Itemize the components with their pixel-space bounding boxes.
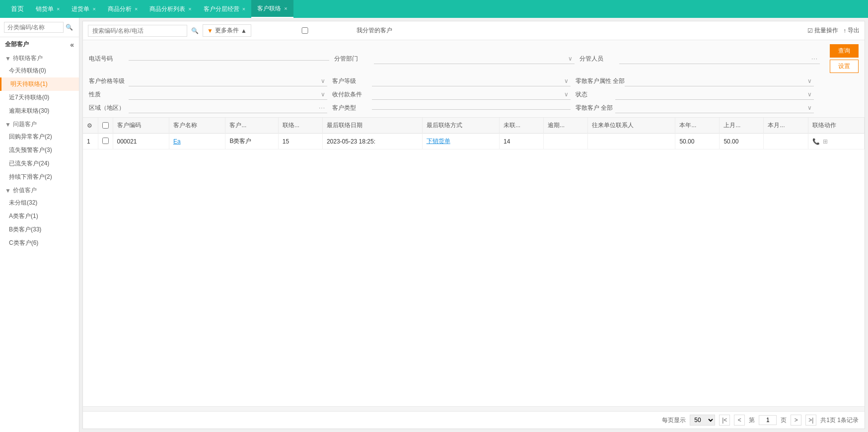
retail-customer-input[interactable]: ∨: [615, 103, 814, 113]
close-icon[interactable]: ×: [135, 6, 138, 12]
sidebar: 🔍 全部客户 « ▼ 待联络客户 今天待联络(0) 明天待联络(1) 近7天待联…: [0, 18, 79, 432]
sidebar-item-class-b[interactable]: B类客户(33): [0, 223, 79, 236]
all-customers-header[interactable]: 全部客户 «: [0, 37, 79, 52]
dept-input[interactable]: ∨: [374, 54, 575, 64]
customer-level-input[interactable]: ∨: [372, 76, 571, 86]
col-last-method[interactable]: 最后联络方式: [422, 118, 499, 134]
query-button[interactable]: 查询: [830, 44, 859, 58]
customer-name-link[interactable]: Ea: [173, 138, 181, 145]
close-icon[interactable]: ×: [92, 6, 95, 12]
payment-input[interactable]: ∨: [372, 89, 571, 100]
filter-payment: 收付款条件 ∨: [332, 89, 571, 100]
filter-customer-type: 客户类型: [332, 104, 571, 112]
sidebar-item-class-a[interactable]: A类客户(1): [0, 210, 79, 223]
sidebar-item-7days[interactable]: 近7天待联络(0): [0, 91, 79, 104]
sidebar-item-declining[interactable]: 持续下滑客户(2): [0, 170, 79, 184]
nav-item-customer-segment[interactable]: 客户分层经营 ×: [198, 0, 251, 18]
nav-item-customer-contact[interactable]: 客户联络 ×: [251, 0, 293, 18]
group-pending-contact: ▼ 待联络客户: [0, 52, 79, 64]
nav-item-sales[interactable]: 销货单 ×: [30, 0, 66, 18]
retail-attr-input[interactable]: ∨: [625, 76, 814, 86]
search-input[interactable]: [88, 25, 187, 37]
settings-button[interactable]: 设置: [830, 60, 859, 73]
last-page-button[interactable]: >|: [805, 415, 816, 426]
row-name[interactable]: Ea: [169, 134, 225, 149]
sidebar-item-class-c[interactable]: C类客户(6): [0, 236, 79, 250]
caret-icon: ∨: [807, 91, 812, 98]
nav-item-analysis[interactable]: 商品分析 ×: [102, 0, 144, 18]
row-code: 000021: [113, 134, 169, 149]
nav-item-analysis-list[interactable]: 商品分析列表 ×: [144, 0, 197, 18]
close-icon[interactable]: ×: [284, 5, 287, 11]
next-page-button[interactable]: >: [791, 415, 801, 426]
page-number-input[interactable]: [759, 415, 777, 425]
filter-icon: ▼: [207, 27, 213, 34]
col-checkbox[interactable]: [98, 118, 113, 134]
col-name[interactable]: 客户名称: [169, 118, 225, 134]
row-checkbox-cell[interactable]: [98, 134, 113, 149]
row-last-month: 50.00: [720, 134, 764, 149]
nav-home[interactable]: 首页: [5, 0, 30, 18]
price-level-input[interactable]: ∨: [129, 76, 327, 86]
action-phone-icon[interactable]: 📞: [812, 138, 820, 145]
sidebar-item-tomorrow[interactable]: 明天待联络(1): [0, 77, 79, 91]
sidebar-item-churn-warning[interactable]: 流失预警客户(3): [0, 144, 79, 157]
content-area: 🔍 ▼ 更多条件 ▲ 我分管的客户 ☑ 批量操作 ↑ 导出: [82, 21, 865, 429]
close-icon[interactable]: ×: [57, 6, 60, 12]
gender-input[interactable]: ∨: [129, 89, 327, 100]
last-method-link[interactable]: 下销货单: [427, 138, 450, 144]
batch-operation-button[interactable]: ☑ 批量操作: [807, 26, 838, 35]
col-overdue[interactable]: 逾期...: [544, 118, 588, 134]
sidebar-search-input[interactable]: [4, 22, 64, 33]
row-index: 1: [83, 134, 98, 149]
export-button[interactable]: ↑ 导出: [843, 26, 860, 35]
col-contact-person[interactable]: 往来单位联系人: [588, 118, 675, 134]
filter-retail-customer: 零散客户 全部 ∨: [576, 103, 814, 113]
col-contact-count[interactable]: 联络...: [278, 118, 322, 134]
sidebar-item-today[interactable]: 今天待联络(0): [0, 64, 79, 77]
row-checkbox[interactable]: [102, 138, 109, 144]
per-page-select[interactable]: 50 100 200: [690, 415, 715, 426]
caret-icon: ∨: [321, 91, 325, 98]
col-action[interactable]: 联络动作: [808, 118, 865, 134]
sidebar-item-overdue[interactable]: 逾期未联络(30): [0, 104, 79, 118]
col-type[interactable]: 客户...: [225, 118, 278, 134]
sidebar-item-churned[interactable]: 已流失客户(24): [0, 157, 79, 170]
col-no-contact[interactable]: 未联...: [500, 118, 544, 134]
col-last-date[interactable]: 最后联络日期: [322, 118, 422, 134]
customer-type-input[interactable]: [372, 106, 571, 110]
close-icon[interactable]: ×: [242, 6, 245, 12]
my-customers-checkbox[interactable]: [255, 27, 355, 34]
group-problem-customers: ▼ 问题客户: [0, 118, 79, 130]
col-this-month[interactable]: 本月...: [764, 118, 808, 134]
col-this-year[interactable]: 本年...: [675, 118, 720, 134]
filter-row-1: 电话号码 分管部门 ∨ 分管人员 ··· 查询 设置: [89, 44, 859, 73]
phone-input[interactable]: [129, 57, 329, 61]
first-page-button[interactable]: |<: [719, 415, 730, 426]
sidebar-item-abnormal[interactable]: 回购异常客户(2): [0, 130, 79, 144]
col-code[interactable]: 客户编码: [113, 118, 169, 134]
action-more-icon[interactable]: ⊞: [823, 138, 828, 145]
row-type: B类客户: [225, 134, 278, 149]
select-all-checkbox[interactable]: [102, 122, 109, 129]
search-icon[interactable]: 🔍: [66, 24, 73, 31]
nav-item-purchase[interactable]: 进货单 ×: [66, 0, 101, 18]
region-input[interactable]: ···: [129, 103, 327, 113]
col-last-month[interactable]: 上月...: [720, 118, 764, 134]
my-customers-checkbox-label[interactable]: 我分管的客户: [255, 26, 392, 35]
collapse-icon[interactable]: «: [70, 41, 74, 49]
more-conditions-button[interactable]: ▼ 更多条件 ▲: [203, 24, 251, 37]
prev-page-button[interactable]: <: [734, 415, 745, 426]
horizontal-scrollbar[interactable]: [83, 406, 865, 411]
close-icon[interactable]: ×: [188, 6, 191, 12]
row-action-cell[interactable]: 📞 ⊞: [808, 134, 865, 149]
filter-gender: 性质 ∨: [89, 89, 327, 100]
table-container: ⚙ 客户编码 客户名称 客户...: [83, 118, 865, 406]
settings-icon[interactable]: ⚙: [87, 122, 92, 129]
col-settings[interactable]: ⚙: [83, 118, 98, 134]
row-last-method[interactable]: 下销货单: [422, 134, 499, 149]
status-input[interactable]: ∨: [615, 89, 814, 100]
manager-input[interactable]: ···: [619, 54, 820, 64]
sidebar-item-ungrouped[interactable]: 未分组(32): [0, 196, 79, 210]
search-button[interactable]: 🔍: [191, 27, 199, 34]
